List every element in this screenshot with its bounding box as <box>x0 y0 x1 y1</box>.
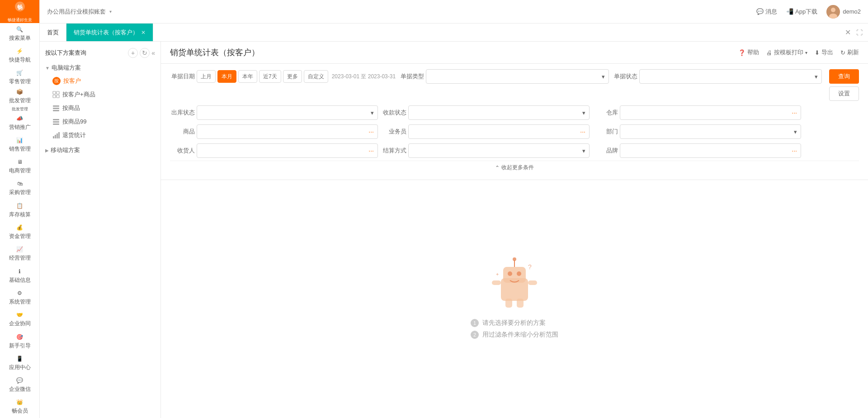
refresh-link[interactable]: ↻ 刷新 <box>840 48 859 57</box>
sidebar-item-label-marketing: 营销推广 <box>9 124 31 131</box>
retail-icon: 🛒 <box>16 70 23 76</box>
last-7-btn[interactable]: 近7天 <box>259 70 281 83</box>
help-link[interactable]: ❓ 帮助 <box>738 48 759 57</box>
collapse-scheme-button[interactable]: « <box>151 49 155 57</box>
avatar <box>826 5 840 19</box>
bill-status-select[interactable]: ▾ <box>639 69 822 84</box>
department-select[interactable]: ▾ <box>620 124 801 139</box>
goods-dots[interactable]: ··· <box>368 128 374 135</box>
sidebar-item-label-ops: 经营管理 <box>9 254 31 262</box>
sidebar-item-label-enterprise: 企业协同 <box>9 320 31 328</box>
sidebar-item-wechat[interactable]: 💬 企业微信 <box>0 374 39 396</box>
scheme-item-goods[interactable]: 按商品 <box>40 101 160 115</box>
scheme-item-by-customer[interactable]: 按 按客户 <box>40 74 160 88</box>
basic-icon: ℹ <box>19 268 21 275</box>
sidebar-item-appstore[interactable]: 📱 应用中心 <box>0 352 39 374</box>
this-month-btn[interactable]: 本月 <box>217 70 236 83</box>
warehouse-select[interactable]: ··· <box>620 105 801 120</box>
tab-home[interactable]: 首页 <box>40 24 66 41</box>
print-arrow: ▾ <box>805 50 807 55</box>
sidebar-item-guide[interactable]: 🎯 新手引导 <box>0 331 39 352</box>
brand-select[interactable]: ··· <box>620 143 801 158</box>
sidebar-item-retail[interactable]: 🛒 零售管理 <box>0 67 39 89</box>
scheme-group-desktop-title[interactable]: ▼ 电脑端方案 <box>40 62 160 74</box>
bill-type-select[interactable]: ▾ <box>426 69 609 84</box>
warehouse-dots[interactable]: ··· <box>792 109 797 116</box>
settle-method-select[interactable]: ▾ <box>408 143 590 158</box>
sidebar-item-enterprise[interactable]: 🤝 企业协同 <box>0 309 39 331</box>
custom-btn[interactable]: 自定义 <box>304 70 328 83</box>
svg-rect-8 <box>57 95 59 98</box>
bill-status-arrow: ▾ <box>815 73 818 80</box>
collect-status-label: 收款状态 <box>382 109 406 117</box>
sidebar-item-label-inventory: 库存核算 <box>9 211 31 218</box>
scheme-item-icon-goods <box>52 104 60 112</box>
tab-sales-stat-label: 销货单统计表（按客户） <box>74 28 138 37</box>
message-icon: 💬 <box>756 8 764 15</box>
scheme-item-label-goods99: 按商品99 <box>62 118 86 126</box>
sidebar-item-finance[interactable]: 💰 资金管理 <box>0 221 39 243</box>
template-print-link[interactable]: 🖨 按模板打印 ▾ <box>766 48 807 57</box>
last-month-btn[interactable]: 上月 <box>197 70 216 83</box>
add-scheme-button[interactable]: + <box>128 48 138 58</box>
window-maximize-icon[interactable]: ⛶ <box>856 29 863 36</box>
bill-status-label: 单据状态 <box>613 72 637 81</box>
sidebar-item-inventory[interactable]: 📋 库存核算 <box>0 200 39 221</box>
sidebar-item-system[interactable]: ⚙ 系统管理 <box>0 287 39 309</box>
tab-close-icon[interactable]: ✕ <box>141 29 146 36</box>
help-label: 帮助 <box>747 48 759 57</box>
tab-sales-stat[interactable]: 销货单统计表（按客户） ✕ <box>66 24 153 41</box>
user-profile[interactable]: demo2 <box>826 5 861 19</box>
settings-button[interactable]: 设置 <box>829 86 859 101</box>
breadcrumb-arrow[interactable]: ▾ <box>109 9 112 14</box>
collapse-text: 收起更多条件 <box>501 164 534 171</box>
sidebar-item-basic[interactable]: ℹ 基础信息 <box>0 265 39 287</box>
query-button[interactable]: 查询 <box>829 69 859 84</box>
app-download-action[interactable]: 📲 App下载 <box>786 8 817 16</box>
svg-rect-25 <box>505 299 512 308</box>
top-header: 办公用品行业模拟账套 ▾ 💬 消息 📲 App下载 de <box>40 0 868 24</box>
sidebar-item-search[interactable]: 🔍 搜索菜单 <box>0 23 39 45</box>
brand-dots[interactable]: ··· <box>792 147 797 154</box>
receiver-select[interactable]: ··· <box>197 143 378 158</box>
empty-illustration: ? ✦ <box>487 256 542 310</box>
sidebar-item-purchase[interactable]: 🛍 采购管理 <box>0 178 39 200</box>
sidebar-item-label-retail: 零售管理 <box>9 78 31 86</box>
out-status-select[interactable]: ▾ <box>197 105 378 120</box>
scheme-item-customer-goods[interactable]: 按客户+商品 <box>40 88 160 101</box>
scheme-item-icon-return <box>52 132 60 139</box>
expand-icon: ▼ <box>45 66 50 71</box>
message-action[interactable]: 💬 消息 <box>756 8 777 16</box>
sidebar-item-label-purchase: 采购管理 <box>9 189 31 196</box>
sidebar: 畅 畅捷通好生意 🔍 搜索菜单 ⚡ 快捷导航 🛒 零售管理 📦 批发管理 批发管… <box>0 0 40 418</box>
salesperson-select[interactable]: ··· <box>408 124 590 139</box>
sidebar-item-label-search: 搜索菜单 <box>9 34 31 42</box>
sidebar-item-marketing[interactable]: 📣 营销推广 <box>0 112 39 134</box>
more-btn[interactable]: 更多 <box>283 70 302 83</box>
salesperson-dots[interactable]: ··· <box>580 128 585 135</box>
refresh-scheme-button[interactable]: ↻ <box>140 48 150 58</box>
sidebar-item-label-guide: 新手引导 <box>9 342 31 350</box>
scheme-item-goods-99[interactable]: 按商品99 <box>40 115 160 128</box>
sidebar-item-sales[interactable]: 📊 销售管理 <box>0 134 39 156</box>
collect-status-select[interactable]: ▾ <box>408 105 590 120</box>
search-icon: 🔍 <box>16 26 23 33</box>
sidebar-item-member[interactable]: 👑 畅会员 <box>0 396 39 418</box>
receiver-dots[interactable]: ··· <box>368 147 374 154</box>
tip-num-2: 2 <box>471 331 479 339</box>
scheme-group-mobile-title[interactable]: ▶ 移动端方案 <box>40 144 160 157</box>
collapse-filter-bar[interactable]: ⌃ 收起更多条件 <box>170 161 859 174</box>
svg-point-3 <box>831 8 835 12</box>
svg-rect-12 <box>53 119 59 120</box>
sidebar-item-operations[interactable]: 📈 经营管理 <box>0 243 39 265</box>
svg-rect-5 <box>53 91 56 94</box>
window-close-icon[interactable]: ✕ <box>845 28 851 37</box>
export-link[interactable]: ⬇ 导出 <box>815 48 833 57</box>
sidebar-item-wholesale[interactable]: 📦 批发管理 批发管理 <box>0 89 39 112</box>
goods-select[interactable]: ··· <box>197 124 378 139</box>
scheme-item-return[interactable]: 退货统计 <box>40 128 160 142</box>
sidebar-item-quick-nav[interactable]: ⚡ 快捷导航 <box>0 45 39 66</box>
sidebar-item-ecommerce[interactable]: 🖥 电商管理 <box>0 156 39 177</box>
svg-text:畅: 畅 <box>17 4 23 10</box>
this-year-btn[interactable]: 本年 <box>238 70 257 83</box>
